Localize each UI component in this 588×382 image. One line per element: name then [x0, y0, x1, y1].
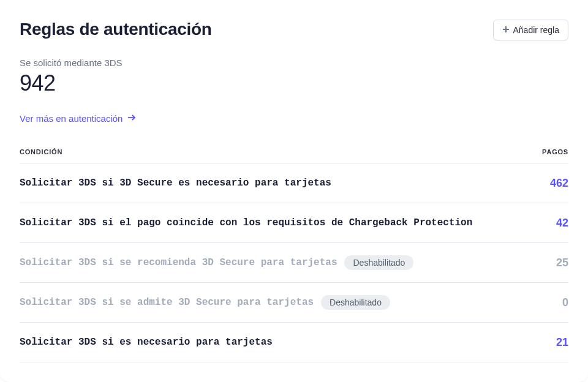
condition-text: Solicitar 3DS si se admite 3D Secure par…: [20, 295, 314, 310]
payments-value: 21: [519, 336, 568, 349]
view-more-link[interactable]: Ver más en autenticación: [20, 113, 136, 124]
card-header: Reglas de autenticación Añadir regla: [20, 20, 568, 40]
condition-cell: Solicitar 3DS si se recomienda 3D Secure…: [20, 255, 519, 270]
view-more-text: Ver más en autenticación: [20, 113, 123, 124]
table-header: CONDICIÓN PAGOS: [20, 148, 568, 163]
condition-cell: Solicitar 3DS si 3D Secure es necesario …: [20, 176, 519, 190]
table-row[interactable]: Solicitar 3DS si se admite 3D Secure par…: [20, 283, 568, 323]
auth-rules-card: Reglas de autenticación Añadir regla Se …: [0, 0, 588, 382]
plus-icon: [502, 25, 510, 35]
table-row[interactable]: Solicitar 3DS si se recomienda 3D Secure…: [20, 243, 568, 283]
add-rule-label: Añadir regla: [513, 25, 560, 35]
table-row[interactable]: Solicitar 3DS si 3D Secure es necesario …: [20, 163, 568, 203]
page-title: Reglas de autenticación: [20, 20, 212, 39]
table-body: Solicitar 3DS si 3D Secure es necesario …: [20, 163, 568, 362]
payments-value: 0: [519, 296, 568, 309]
payments-value: 25: [519, 257, 568, 269]
status-badge: Deshabilitado: [344, 255, 413, 270]
stat-label: Se solicitó mediante 3DS: [20, 58, 568, 68]
add-rule-button[interactable]: Añadir regla: [493, 20, 569, 40]
th-condition: CONDICIÓN: [20, 148, 62, 155]
table-row[interactable]: Solicitar 3DS si el pago coincide con lo…: [20, 203, 568, 243]
condition-cell: Solicitar 3DS si es necesario para tarje…: [20, 335, 519, 350]
th-payments: PAGOS: [519, 148, 568, 155]
arrow-right-icon: [127, 113, 136, 124]
condition-cell: Solicitar 3DS si se admite 3D Secure par…: [20, 295, 519, 310]
condition-text: Solicitar 3DS si es necesario para tarje…: [20, 335, 273, 350]
payments-value: 462: [519, 177, 568, 190]
condition-text: Solicitar 3DS si 3D Secure es necesario …: [20, 176, 331, 190]
condition-cell: Solicitar 3DS si el pago coincide con lo…: [20, 215, 519, 230]
condition-text: Solicitar 3DS si el pago coincide con lo…: [20, 215, 472, 230]
payments-value: 42: [519, 217, 568, 230]
status-badge: Deshabilitado: [321, 295, 390, 310]
table-row[interactable]: Solicitar 3DS si es necesario para tarje…: [20, 323, 568, 362]
stat-value: 942: [20, 70, 568, 96]
condition-text: Solicitar 3DS si se recomienda 3D Secure…: [20, 255, 337, 270]
